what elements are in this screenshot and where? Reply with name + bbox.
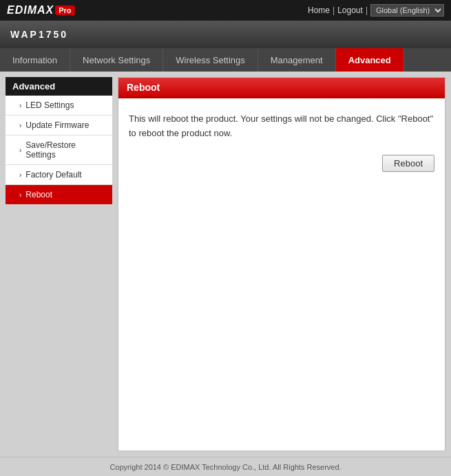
top-links: Home | Logout | Global (English)	[308, 4, 444, 17]
reboot-button[interactable]: Reboot	[382, 155, 434, 172]
sidebar-item-led-settings[interactable]: › LED Settings	[6, 96, 112, 116]
nav-tabs: Information Network Settings Wireless Se…	[0, 48, 451, 72]
sidebar-item-reboot[interactable]: › Reboot	[6, 185, 112, 205]
device-name: WAP1750	[10, 29, 68, 40]
arrow-icon: ›	[19, 102, 21, 109]
tab-management[interactable]: Management	[258, 48, 336, 72]
sidebar-item-update-firmware[interactable]: › Update Firmware	[6, 116, 112, 136]
sidebar-label-led-settings: LED Settings	[25, 100, 74, 110]
tab-wireless-settings[interactable]: Wireless Settings	[163, 48, 258, 72]
main-layout: Advanced › LED Settings › Update Firmwar…	[0, 72, 451, 457]
sidebar-label-update-firmware: Update Firmware	[25, 120, 89, 130]
reboot-btn-container: Reboot	[129, 155, 434, 172]
top-bar: EDIMAX Pro Home | Logout | Global (Engli…	[0, 0, 451, 21]
arrow-icon: ›	[19, 171, 21, 179]
separator2: |	[366, 6, 368, 15]
logo-pro: Pro	[55, 6, 74, 15]
footer: Copyright 2014 © EDIMAX Technology Co., …	[0, 457, 451, 476]
arrow-icon: ›	[19, 147, 21, 154]
home-link[interactable]: Home	[308, 6, 330, 15]
tab-information[interactable]: Information	[0, 48, 70, 72]
sidebar-item-factory-default[interactable]: › Factory Default	[6, 165, 112, 185]
logout-link[interactable]: Logout	[337, 6, 363, 15]
device-header: WAP1750	[0, 21, 451, 48]
tab-advanced[interactable]: Advanced	[336, 48, 404, 72]
reboot-message: This will reboot the product. Your setti…	[129, 112, 434, 141]
logo-area: EDIMAX Pro	[7, 4, 75, 17]
language-select[interactable]: Global (English)	[370, 4, 444, 17]
footer-text: Copyright 2014 © EDIMAX Technology Co., …	[109, 463, 341, 471]
logo-edimax: EDIMAX	[7, 4, 54, 17]
content-header: Reboot	[118, 78, 445, 98]
sidebar-item-save-restore[interactable]: › Save/Restore Settings	[6, 136, 112, 165]
arrow-icon: ›	[19, 122, 21, 129]
separator: |	[333, 6, 335, 15]
content-area: Reboot This will reboot the product. You…	[118, 77, 445, 451]
sidebar-label-factory-default: Factory Default	[25, 170, 81, 180]
tab-network-settings[interactable]: Network Settings	[70, 48, 163, 72]
content-body: This will reboot the product. Your setti…	[118, 98, 445, 186]
sidebar-label-save-restore: Save/Restore Settings	[25, 140, 105, 160]
sidebar: Advanced › LED Settings › Update Firmwar…	[6, 77, 112, 451]
sidebar-title: Advanced	[6, 77, 112, 96]
sidebar-label-reboot: Reboot	[25, 190, 52, 199]
arrow-icon: ›	[19, 191, 21, 199]
